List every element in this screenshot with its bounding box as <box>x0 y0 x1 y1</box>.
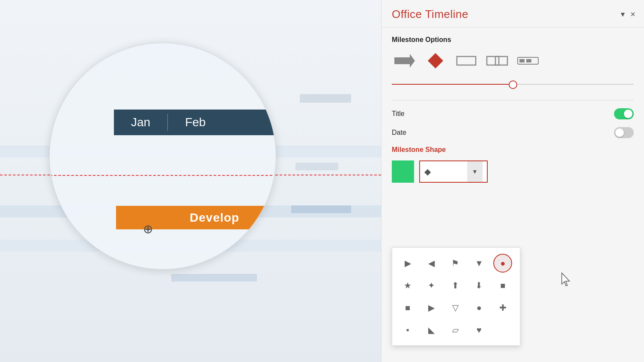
shape-square-sm[interactable]: ■ <box>398 298 417 317</box>
shape-plus[interactable]: ✚ <box>493 298 512 317</box>
panel-dropdown-icon[interactable]: ▼ <box>619 11 626 18</box>
panel-body: Milestone Options <box>382 27 644 362</box>
shape-pentagon[interactable]: ◣ <box>422 320 441 339</box>
shape-rect-button[interactable] <box>453 50 479 71</box>
panel-title: Office Timeline <box>392 8 468 21</box>
shape-arrow-down[interactable]: ⬇ <box>470 276 489 295</box>
panel-header: Office Timeline ▼ × <box>382 0 644 27</box>
selected-shape-diamond: ◆ <box>424 166 431 177</box>
shape-selector-row: ◆ ▼ <box>392 160 634 183</box>
shape-square-filled[interactable]: ■ <box>493 276 512 295</box>
shape-chevron-down[interactable]: ▽ <box>446 298 465 317</box>
shape-double-rect-button[interactable] <box>484 50 510 71</box>
svg-rect-7 <box>519 59 525 62</box>
date-toggle-label: Date <box>392 129 406 136</box>
shape-play-right[interactable]: ▶ <box>398 254 417 273</box>
shape-flag[interactable]: ⚑ <box>446 254 465 273</box>
date-toggle-row: Date <box>392 127 634 138</box>
shape-parallelogram[interactable]: ▱ <box>446 320 465 339</box>
svg-marker-2 <box>428 53 443 68</box>
divider <box>392 100 634 101</box>
shape-dropdown-arrow[interactable]: ▼ <box>467 161 483 182</box>
date-toggle-knob <box>615 128 624 137</box>
shapes-popup: ▶ ◀ ⚑ ▼ ● ★ ✦ ⬆ ⬇ ■ ■ ▶ ▽ ● ✚ ▪ ◣ ▱ <box>392 247 520 346</box>
panel-header-icons: ▼ × <box>619 9 635 19</box>
milestone-options-title: Milestone Options <box>392 36 634 44</box>
milestone-type-options <box>392 50 634 71</box>
shape-progress-button[interactable] <box>515 50 541 71</box>
title-toggle-knob <box>624 110 632 118</box>
develop-task-bar[interactable]: Develop <box>116 206 276 229</box>
shape-dropdown[interactable]: ◆ ▼ <box>419 160 488 183</box>
shape-arrow-up[interactable]: ⬆ <box>446 276 465 295</box>
shape-chevron-right[interactable]: ▶ <box>422 298 441 317</box>
shape-triangle-down[interactable]: ▼ <box>470 254 489 273</box>
bg-task-1 <box>300 94 351 103</box>
title-toggle[interactable] <box>614 108 634 119</box>
month-jan: Jan <box>114 116 167 129</box>
svg-rect-8 <box>526 59 531 62</box>
shapes-grid: ▶ ◀ ⚑ ▼ ● ★ ✦ ⬆ ⬇ ■ ■ ▶ ▽ ● ✚ ▪ ◣ ▱ <box>398 254 514 339</box>
shape-play-left[interactable]: ◀ <box>422 254 441 273</box>
title-toggle-row: Title <box>392 108 634 119</box>
slider-thumb[interactable] <box>509 80 517 89</box>
title-toggle-label: Title <box>392 110 405 118</box>
move-cursor-icon: ⊕ <box>143 222 153 236</box>
close-icon[interactable]: × <box>630 9 635 19</box>
timeline-area: Jan Feb Develop ⊕ <box>0 0 381 362</box>
svg-rect-3 <box>457 56 476 65</box>
shape-circle[interactable]: ● <box>493 254 512 273</box>
svg-rect-4 <box>487 56 499 65</box>
shape-star6[interactable]: ✦ <box>422 276 441 295</box>
shape-star[interactable]: ★ <box>398 276 417 295</box>
timeline-header: Jan Feb <box>114 110 276 135</box>
svg-rect-0 <box>394 57 410 64</box>
color-swatch[interactable] <box>392 160 414 183</box>
shape-empty[interactable] <box>493 320 512 339</box>
month-feb: Feb <box>168 116 223 129</box>
bg-task-4 <box>171 274 257 282</box>
svg-rect-5 <box>495 56 507 65</box>
shape-square-outline[interactable]: ▪ <box>398 320 417 339</box>
shape-bar-button[interactable] <box>392 50 417 71</box>
options-panel: Office Timeline ▼ × Milestone Options <box>381 0 644 362</box>
date-toggle[interactable] <box>614 127 634 138</box>
shape-diamond-button[interactable] <box>423 50 448 71</box>
slider-fill <box>392 84 513 85</box>
bg-task-3 <box>291 205 351 213</box>
shape-slider[interactable] <box>392 79 634 92</box>
shape-heart[interactable]: ♥ <box>470 320 489 339</box>
inner-dashed-line <box>50 175 276 176</box>
magnify-circle: Jan Feb Develop ⊕ <box>49 43 276 270</box>
shape-circle-sm[interactable]: ● <box>470 298 489 317</box>
svg-marker-1 <box>410 54 415 68</box>
milestone-shape-title: Milestone Shape <box>392 146 634 154</box>
task-label: Develop <box>190 211 239 225</box>
bg-task-2 <box>295 163 338 170</box>
